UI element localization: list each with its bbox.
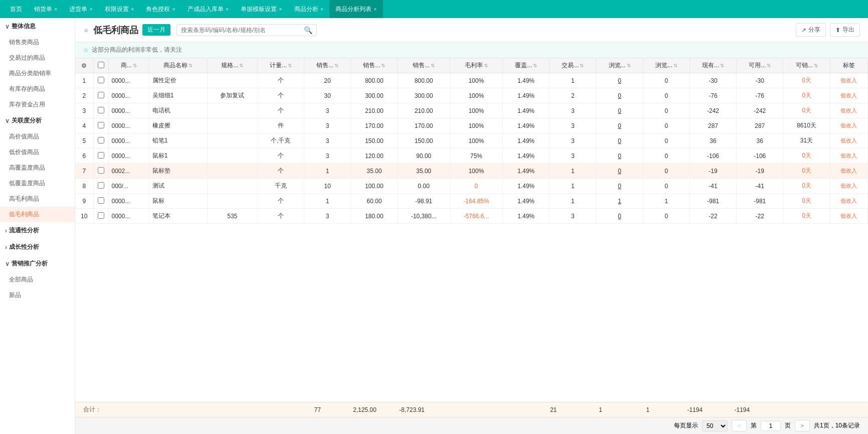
col-view2[interactable]: 浏览...⇅ <box>643 58 689 73</box>
filter-recent-btn[interactable]: 近一月 <box>142 24 170 36</box>
col-sale2[interactable]: 销售...⇅ <box>351 58 398 73</box>
share-btn[interactable]: ↗ 分享 <box>796 23 826 37</box>
row-checkbox[interactable] <box>93 164 108 179</box>
nav-products[interactable]: 产成品入库单 × <box>182 0 235 18</box>
row-select-checkbox[interactable] <box>98 122 104 128</box>
row-select-checkbox[interactable] <box>98 152 104 159</box>
nav-roles[interactable]: 角色授权 × <box>140 0 181 18</box>
collapse-sidebar-btn[interactable]: « <box>83 25 89 35</box>
row-trade: 3 <box>550 133 596 149</box>
sidebar-item-low-coverage[interactable]: 低覆盖度商品 <box>0 176 75 191</box>
row-view1[interactable]: 0 <box>596 209 643 224</box>
sidebar-group-growth[interactable]: › 成长性分析 <box>0 239 75 255</box>
row-checkbox[interactable] <box>93 194 108 209</box>
col-unit[interactable]: 计量...⇅ <box>257 58 304 73</box>
nav-sales[interactable]: 销货单 × <box>28 0 63 18</box>
sidebar-group-correlation[interactable]: ∨ 关联度分析 <box>0 112 75 129</box>
row-checkbox[interactable] <box>93 103 108 118</box>
sidebar-item-sales-products[interactable]: 销售类商品 <box>0 35 75 50</box>
row-select-checkbox[interactable] <box>98 167 104 174</box>
row-select-checkbox[interactable] <box>98 92 104 98</box>
row-view1[interactable]: 0 <box>596 73 643 88</box>
row-checkbox[interactable] <box>93 73 108 88</box>
row-select-checkbox[interactable] <box>98 197 104 204</box>
nav-templates[interactable]: 单据模板设置 × <box>235 0 288 18</box>
per-page-select[interactable]: 50 100 200 <box>702 420 728 431</box>
col-saleable[interactable]: 可销...⇅ <box>783 58 830 73</box>
col-sale1[interactable]: 销售...⇅ <box>304 58 351 73</box>
row-checkbox[interactable] <box>93 179 108 194</box>
col-trade[interactable]: 交易...⇅ <box>550 58 596 73</box>
col-name[interactable]: 商品名称⇅ <box>149 58 207 73</box>
col-stock[interactable]: 现有...⇅ <box>689 58 736 73</box>
col-avail[interactable]: 可用...⇅ <box>737 58 783 73</box>
row-view1[interactable]: 1 <box>596 194 643 209</box>
sidebar-item-low-margin[interactable]: 低毛利商品 <box>0 207 75 222</box>
nav-analysis-list[interactable]: 商品分析列表 × <box>329 0 383 18</box>
row-view1[interactable]: 0 <box>596 118 643 133</box>
row-checkbox[interactable] <box>93 149 108 164</box>
select-all-checkbox[interactable] <box>98 62 104 68</box>
nav-analysis[interactable]: 商品分析 × <box>288 0 329 18</box>
sidebar-item-category-rate[interactable]: 商品分类助销率 <box>0 66 75 81</box>
sidebar-item-in-stock[interactable]: 有库存的商品 <box>0 81 75 97</box>
search-input[interactable] <box>181 27 304 34</box>
nav-products-close[interactable]: × <box>226 6 229 12</box>
nav-permissions-close[interactable]: × <box>131 6 134 12</box>
sidebar-group-marketing[interactable]: ∨ 营销推广分析 <box>0 255 75 272</box>
sidebar-item-new-products[interactable]: 新品 <box>0 287 75 303</box>
row-select-checkbox[interactable] <box>98 212 104 219</box>
col-tag[interactable]: 标签 <box>830 58 867 73</box>
row-checkbox[interactable] <box>93 209 108 224</box>
row-view1[interactable]: 0 <box>596 164 643 179</box>
nav-analysis-list-close[interactable]: × <box>374 6 377 12</box>
nav-analysis-close[interactable]: × <box>320 6 323 12</box>
sidebar-item-capital[interactable]: 库存资金占用 <box>0 97 75 112</box>
table-wrapper[interactable]: ⚙ 商...⇅ 商品名称⇅ 规格...⇅ 计量...⇅ 销售...⇅ 销售...… <box>75 58 868 402</box>
page-input[interactable] <box>761 421 781 431</box>
sidebar-item-high-value[interactable]: 高价值商品 <box>0 129 75 144</box>
col-settings[interactable]: ⚙ <box>75 58 93 73</box>
nav-purchase-close[interactable]: × <box>89 6 92 12</box>
row-no: 2 <box>75 88 93 103</box>
col-code[interactable]: 商...⇅ <box>108 58 149 73</box>
row-checkbox[interactable] <box>93 133 108 149</box>
col-coverage[interactable]: 覆盖...⇅ <box>502 58 549 73</box>
row-no: 4 <box>75 118 93 133</box>
row-view1[interactable]: 0 <box>596 103 643 118</box>
col-checkbox[interactable] <box>93 58 108 73</box>
sidebar-group-liquidity[interactable]: › 流通性分析 <box>0 222 75 239</box>
sidebar-item-high-margin[interactable]: 高毛利商品 <box>0 191 75 207</box>
nav-sales-close[interactable]: × <box>54 6 57 12</box>
row-view1[interactable]: 0 <box>596 149 643 164</box>
next-page-btn[interactable]: ＞ <box>795 420 810 431</box>
col-sale3[interactable]: 销售...⇅ <box>398 58 450 73</box>
row-select-checkbox[interactable] <box>98 137 104 143</box>
row-checkbox[interactable] <box>93 88 108 103</box>
row-code: 0000... <box>108 88 149 103</box>
export-btn[interactable]: ⬆ 导出 <box>830 23 860 37</box>
row-view1[interactable]: 0 <box>596 88 643 103</box>
col-view1[interactable]: 浏览...⇅ <box>596 58 643 73</box>
nav-purchase[interactable]: 进货单 × <box>63 0 98 18</box>
sidebar-item-all-products[interactable]: 全部商品 <box>0 272 75 287</box>
row-view1[interactable]: 0 <box>596 133 643 149</box>
row-sale2: 180.00 <box>351 209 398 224</box>
row-select-checkbox[interactable] <box>98 77 104 83</box>
nav-roles-close[interactable]: × <box>172 6 175 12</box>
col-margin[interactable]: 毛利率⇅ <box>450 58 502 73</box>
row-select-checkbox[interactable] <box>98 107 104 113</box>
sidebar-item-high-coverage[interactable]: 高覆盖度商品 <box>0 160 75 176</box>
nav-templates-close[interactable]: × <box>279 6 282 12</box>
row-view1[interactable]: 0 <box>596 179 643 194</box>
nav-home[interactable]: 首页 <box>4 0 28 18</box>
col-spec[interactable]: 规格...⇅ <box>207 58 257 73</box>
nav-permissions[interactable]: 权限设置 × <box>99 0 140 18</box>
sidebar-item-traded[interactable]: 交易过的商品 <box>0 50 75 66</box>
row-checkbox[interactable] <box>93 118 108 133</box>
footer-trade: 21 <box>530 406 577 413</box>
row-select-checkbox[interactable] <box>98 182 104 189</box>
prev-page-btn[interactable]: ＜ <box>732 420 747 431</box>
sidebar-item-low-value[interactable]: 低价值商品 <box>0 144 75 160</box>
sidebar-group-overall[interactable]: ∨ 整体信息 <box>0 18 75 35</box>
